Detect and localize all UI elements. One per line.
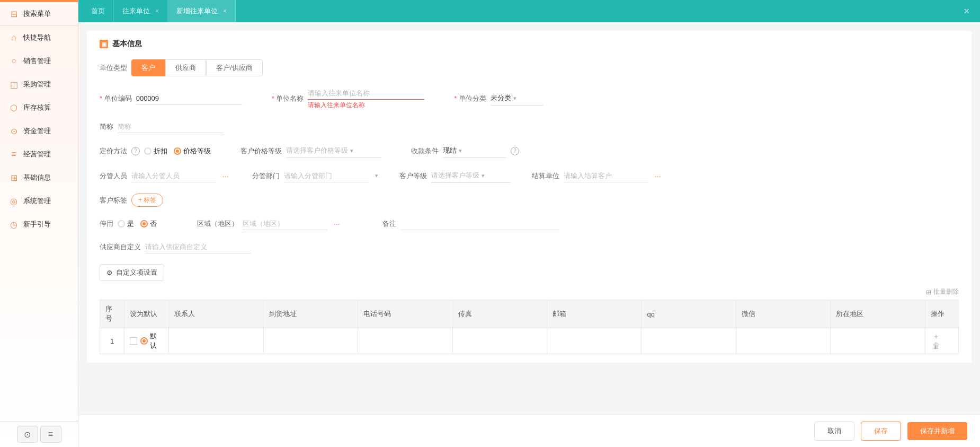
disabled-radio-group: 是 否: [118, 219, 157, 229]
department-chevron: ▾: [375, 172, 378, 179]
cell-address[interactable]: [263, 328, 358, 354]
unit-category-select[interactable]: 未分类 ▾: [491, 91, 544, 106]
sidebar-item-system[interactable]: ◎ 系统管理: [0, 189, 78, 213]
cell-fax[interactable]: [452, 328, 547, 354]
sidebar-bottom-btn-2[interactable]: ≡: [40, 426, 61, 443]
pricing-help-icon[interactable]: ?: [131, 147, 140, 155]
customer-price-level-select[interactable]: 请选择客户价格等级 ▾: [286, 144, 381, 158]
col-contact: 联系人: [169, 300, 263, 328]
radio-yes[interactable]: 是: [118, 219, 134, 229]
save-new-button[interactable]: 保存并新增: [907, 422, 967, 440]
unit-type-customer[interactable]: 客户: [131, 59, 165, 76]
sidebar-item-quick-nav[interactable]: ⌂ 快捷导航: [0, 26, 78, 49]
department-input[interactable]: [284, 170, 369, 182]
sidebar-item-label: 系统管理: [23, 196, 51, 206]
add-tag-button[interactable]: + 标签: [131, 194, 163, 207]
section-title-icon: ▣: [100, 40, 108, 48]
radio-discount[interactable]: 折扣: [144, 146, 167, 156]
sales-icon: ○: [8, 56, 19, 66]
row-default-label: 默认: [150, 331, 163, 350]
unit-type-group-wrap: 单位类型 客户 供应商 客户/供应商: [100, 59, 311, 76]
unit-code-label: 单位编码: [100, 94, 132, 103]
purchase-icon: ◫: [8, 79, 19, 90]
sidebar-item-label: 资金管理: [23, 126, 51, 136]
inventory-icon: ⬡: [8, 102, 19, 113]
cell-email[interactable]: [547, 328, 642, 354]
tab-unit-list-close[interactable]: ×: [155, 7, 159, 15]
bottom-action-bar: 取消 保存 保存并新增: [78, 415, 980, 447]
col-action: 操作: [925, 300, 958, 328]
unit-category-value: 未分类: [491, 93, 511, 103]
cell-default: 默认: [124, 328, 169, 354]
unit-name-input[interactable]: [308, 87, 424, 100]
row-add-icon[interactable]: ＋: [931, 332, 941, 340]
sidebar-item-guide[interactable]: ◷ 新手引导: [0, 213, 78, 236]
payment-terms-chevron: ▾: [459, 147, 462, 154]
payment-terms-help-icon[interactable]: ?: [511, 147, 519, 155]
row-checkbox[interactable]: [130, 337, 137, 345]
tab-unit-list[interactable]: 往来单位 ×: [114, 0, 168, 22]
settlement-unit-input[interactable]: [564, 170, 648, 182]
remark-input[interactable]: [400, 217, 559, 230]
region-ellipsis[interactable]: ···: [332, 220, 342, 228]
row-delete-icon[interactable]: 🗑: [931, 341, 941, 350]
pricing-method-label: 定价方法: [100, 146, 127, 156]
sidebar-item-sales[interactable]: ○ 销售管理: [0, 49, 78, 73]
unit-name-error: 请输入往来单位名称: [308, 101, 424, 110]
region-label: 区域（地区）: [197, 219, 238, 229]
unit-type-both[interactable]: 客户/供应商: [206, 59, 263, 76]
window-close-button[interactable]: ×: [957, 6, 976, 17]
tab-new-unit-close[interactable]: ×: [223, 7, 227, 15]
customer-level-select[interactable]: 请选择客户等级 ▾: [431, 169, 511, 183]
cell-wechat[interactable]: [736, 328, 831, 354]
manager-input[interactable]: [131, 170, 216, 182]
sidebar-item-inventory[interactable]: ⬡ 库存核算: [0, 96, 78, 119]
sidebar-item-purchase[interactable]: ◫ 采购管理: [0, 73, 78, 96]
sidebar-item-operations[interactable]: ≡ 经营管理: [0, 143, 78, 166]
sidebar-search-label: 搜索菜单: [23, 9, 51, 19]
radio-discount-label: 折扣: [154, 146, 167, 156]
sidebar-item-search[interactable]: ⊟ 搜索菜单: [0, 2, 78, 26]
unit-code-input[interactable]: [136, 92, 242, 105]
cell-qq[interactable]: [642, 328, 736, 354]
cell-region[interactable]: [831, 328, 925, 354]
sidebar: ⊟ 搜索菜单 ⌂ 快捷导航 ○ 销售管理 ◫ 采购管理 ⬡ 库存核算 ⊙ 资金管…: [0, 0, 78, 447]
save-button[interactable]: 保存: [861, 422, 901, 441]
manager-row: 分管人员 ··· 分管部门 ▾ 客户等级 请选择客户等级 ▾: [100, 169, 959, 183]
radio-no[interactable]: 否: [140, 219, 157, 229]
supplier-custom-input[interactable]: [145, 241, 251, 253]
manager-ellipsis[interactable]: ···: [220, 172, 231, 180]
payment-terms-select[interactable]: 现结 ▾: [443, 144, 506, 158]
cell-phone[interactable]: [358, 328, 452, 354]
supplier-custom-group: 供应商自定义: [100, 241, 959, 253]
sidebar-item-basic-info[interactable]: ⊞ 基础信息: [0, 166, 78, 189]
short-name-row: 简称: [100, 120, 959, 133]
unit-type-supplier[interactable]: 供应商: [165, 59, 206, 76]
settlement-unit-group: 结算单位 ···: [532, 170, 663, 182]
customer-price-level-group: 客户价格等级 请选择客户价格等级 ▾: [240, 144, 381, 158]
tab-new-unit[interactable]: 新增往来单位 ×: [168, 0, 236, 22]
unit-name-label: 单位名称: [272, 94, 304, 103]
batch-delete-label[interactable]: 批量删除: [933, 287, 959, 296]
settlement-unit-ellipsis[interactable]: ···: [653, 172, 663, 180]
sidebar-item-finance[interactable]: ⊙ 资金管理: [0, 119, 78, 143]
cell-action: ＋ 🗑: [925, 328, 958, 354]
row-default-radio[interactable]: 默认: [140, 331, 163, 350]
basic-info-section: ▣ 基本信息 单位类型 客户 供应商 客户/供应商 单位编码: [87, 31, 972, 363]
radio-price-level[interactable]: 价格等级: [174, 146, 211, 156]
customer-price-level-label: 客户价格等级: [240, 146, 282, 156]
sidebar-item-label: 基础信息: [23, 173, 51, 182]
sidebar-item-label: 快捷导航: [23, 33, 51, 42]
cancel-button[interactable]: 取消: [814, 422, 854, 441]
region-input[interactable]: [243, 217, 327, 230]
unit-type-buttons: 客户 供应商 客户/供应商: [131, 59, 263, 76]
page-content: ▣ 基本信息 单位类型 客户 供应商 客户/供应商 单位编码: [78, 22, 980, 415]
tab-home[interactable]: 首页: [83, 0, 114, 22]
cell-contact[interactable]: [169, 328, 263, 354]
short-name-input[interactable]: [118, 120, 224, 133]
disabled-group: 停用 是 否: [100, 219, 157, 229]
radio-yes-circle: [118, 220, 125, 227]
col-seq: 序号: [100, 300, 124, 328]
custom-settings-button[interactable]: ⚙ 自定义项设置: [100, 264, 164, 281]
sidebar-bottom-btn-1[interactable]: ⊙: [17, 426, 38, 443]
